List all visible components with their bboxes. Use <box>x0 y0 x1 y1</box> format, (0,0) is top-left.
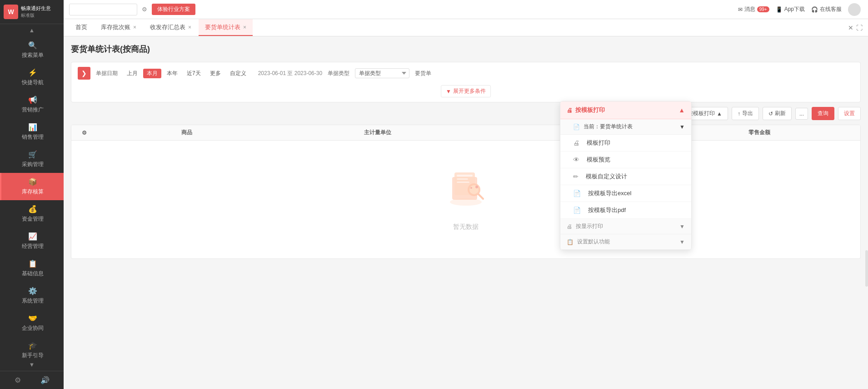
item-left-template-pdf: 📄 按模板导出pdf <box>573 206 626 214</box>
topbar-settings-icon[interactable]: ⚙ <box>142 6 147 13</box>
date-btn-this-year[interactable]: 本年 <box>163 69 181 78</box>
dropdown-display-print[interactable]: 🖨 按显示打印 ▼ <box>560 219 691 234</box>
table-header: ⚙ 商品 主计量单位 主数量 零售金额 <box>71 125 860 141</box>
col-settings[interactable]: ⚙ <box>77 130 91 136</box>
sidebar-scroll-down[interactable]: ▼ <box>0 359 64 371</box>
experience-btn[interactable]: 体验行业方案 <box>152 4 195 15</box>
svg-line-8 <box>479 194 483 199</box>
marketing-icon: 📢 <box>28 96 37 104</box>
sidebar-item-label: 库存核算 <box>22 188 44 196</box>
system-icon: ⚙️ <box>28 287 37 295</box>
template-excel-icon: 📄 <box>573 190 581 197</box>
col-retail-amount: 零售金额 <box>664 129 855 136</box>
refresh-btn[interactable]: ↺ 刷新 <box>763 107 792 120</box>
empty-text: 暂无数据 <box>453 223 479 231</box>
template-pdf-label: 按模板导出pdf <box>588 206 626 214</box>
sidebar-item-basics[interactable]: 📋 基础信息 <box>0 255 64 282</box>
date-btn-more[interactable]: 更多 <box>206 69 224 78</box>
dropdown-item-template-design[interactable]: ✏ 模板自定义设计 <box>560 168 691 185</box>
finance-icon: 💰 <box>28 205 37 213</box>
tab-home[interactable]: 首页 <box>69 19 94 36</box>
template-excel-label: 按模板导出excel <box>588 189 631 197</box>
date-options: 上月 本月 本年 近7天 更多 自定义 <box>123 69 250 78</box>
expand-more-btn[interactable]: ▼ 展开更多条件 <box>441 85 491 97</box>
tab-inventory-batch-label: 库存批次账 <box>101 23 130 31</box>
sidebar-scroll-up[interactable]: ▲ <box>0 24 64 36</box>
col-unit: 主计量单位 <box>282 129 473 136</box>
more-btn[interactable]: ... <box>795 108 808 120</box>
sidebar-item-label: 基础信息 <box>22 270 44 278</box>
user-avatar-btn[interactable] <box>848 3 863 16</box>
tab-home-label: 首页 <box>75 23 87 31</box>
message-badge: 99+ <box>757 6 769 12</box>
template-preview-icon: 👁 <box>573 156 579 163</box>
dropdown-close-btn[interactable]: ▲ <box>678 106 685 114</box>
tab-inventory-batch-close[interactable]: × <box>133 24 136 30</box>
sidebar-item-label: 经营管理 <box>22 242 44 250</box>
default-func-arrow: ▼ <box>679 239 685 245</box>
dropdown-header: 🖨 按模板打印 ▲ <box>560 101 691 119</box>
page-title: 要货单统计表(按商品) <box>71 44 861 55</box>
sound-footer-btn[interactable]: 🔊 <box>40 376 50 384</box>
tab-inventory-batch[interactable]: 库存批次账 × <box>95 19 143 36</box>
dropdown-item-template-excel[interactable]: 📄 按模板导出excel <box>560 185 691 202</box>
sidebar-item-purchase[interactable]: 🛒 采购管理 <box>0 146 64 173</box>
dropdown-item-template-preview[interactable]: 👁 模板预览 <box>560 152 691 168</box>
tab-maximize-btn[interactable]: ⛶ <box>856 24 863 31</box>
svg-rect-3 <box>457 175 473 177</box>
date-btn-7days[interactable]: 近7天 <box>183 69 205 78</box>
tab-close-all-btn[interactable]: ✕ <box>848 24 853 31</box>
display-print-left: 🖨 按显示打印 <box>567 222 603 230</box>
purchase-icon: 🛒 <box>28 150 37 159</box>
sidebar-item-search[interactable]: 🔍 搜索菜单 <box>0 36 64 64</box>
refresh-label: 刷新 <box>775 110 786 117</box>
table-empty-state: 暂无数据 <box>71 141 860 258</box>
message-icon: ✉ <box>738 6 743 13</box>
dropdown-item-template-print[interactable]: 🖨 模板打印 <box>560 135 691 152</box>
template-print-icon: 🖨 <box>573 139 579 147</box>
guide-icon: 🎓 <box>28 341 37 350</box>
sidebar-item-cooperation[interactable]: 🤝 企业协同 <box>0 309 64 337</box>
template-design-icon: ✏ <box>573 173 579 180</box>
current-icon: 📄 <box>573 124 580 130</box>
sidebar-item-label: 系统管理 <box>22 297 44 305</box>
sidebar-item-sales[interactable]: 📊 销售管理 <box>0 118 64 146</box>
date-btn-this-month[interactable]: 本月 <box>143 69 161 78</box>
online-support-btn[interactable]: 🎧 在线客服 <box>811 5 842 13</box>
tab-receipts-summary[interactable]: 收发存汇总表 × <box>144 19 198 36</box>
tab-receipts-summary-close[interactable]: × <box>188 24 191 30</box>
dropdown-item-template-pdf[interactable]: 📄 按模板导出pdf <box>560 202 691 219</box>
dropdown-header-icon: 🖨 <box>567 107 573 114</box>
export-btn[interactable]: ↑ 导出 <box>732 107 759 120</box>
filter-expand-arrow[interactable]: ❯ <box>78 67 90 80</box>
settings-btn[interactable]: 设置 <box>838 107 861 120</box>
app-logo: W 畅康通好生意 标准版 <box>0 0 64 24</box>
sidebar-item-operations[interactable]: 📈 经营管理 <box>0 227 64 255</box>
operations-icon: 📈 <box>28 232 37 241</box>
tab-order-stats-close[interactable]: × <box>243 24 246 30</box>
svg-point-9 <box>475 186 478 188</box>
filter-bar: ❯ 单据日期 上月 本月 本年 近7天 更多 自定义 2023-06-01 至 … <box>71 62 861 102</box>
sidebar-item-system[interactable]: ⚙️ 系统管理 <box>0 282 64 309</box>
date-btn-last-month[interactable]: 上月 <box>123 69 141 78</box>
type-filter-label: 单据类型 <box>328 70 349 77</box>
template-print-label: 模板打印 <box>587 139 610 147</box>
expand-label: 展开更多条件 <box>453 87 486 95</box>
sidebar-item-guide[interactable]: 🎓 新手引导 <box>0 337 64 359</box>
type-select[interactable]: 单据类型 <box>355 68 409 78</box>
tab-order-stats[interactable]: 要货单统计表 × <box>199 19 253 36</box>
default-func-label: 设置默认功能 <box>577 238 610 246</box>
right-scrollbar[interactable] <box>865 250 868 287</box>
sidebar-item-marketing[interactable]: 📢 营销推广 <box>0 91 64 118</box>
app-download-btn[interactable]: 📱 App下载 <box>776 5 805 13</box>
sidebar-item-quicknav[interactable]: ⚡ 快捷导航 <box>0 64 64 91</box>
date-btn-custom[interactable]: 自定义 <box>226 69 250 78</box>
dropdown-default-func[interactable]: 📋 设置默认功能 ▼ <box>560 234 691 250</box>
topbar-search-input[interactable] <box>69 4 137 15</box>
message-btn[interactable]: ✉ 消息 99+ <box>738 5 769 13</box>
sidebar-item-finance[interactable]: 💰 资金管理 <box>0 200 64 227</box>
item-left-template-design: ✏ 模板自定义设计 <box>573 172 627 181</box>
settings-footer-btn[interactable]: ⚙ <box>15 376 21 384</box>
query-btn[interactable]: 查询 <box>812 107 834 120</box>
sidebar-item-inventory[interactable]: 📦 库存核算 <box>0 173 64 200</box>
